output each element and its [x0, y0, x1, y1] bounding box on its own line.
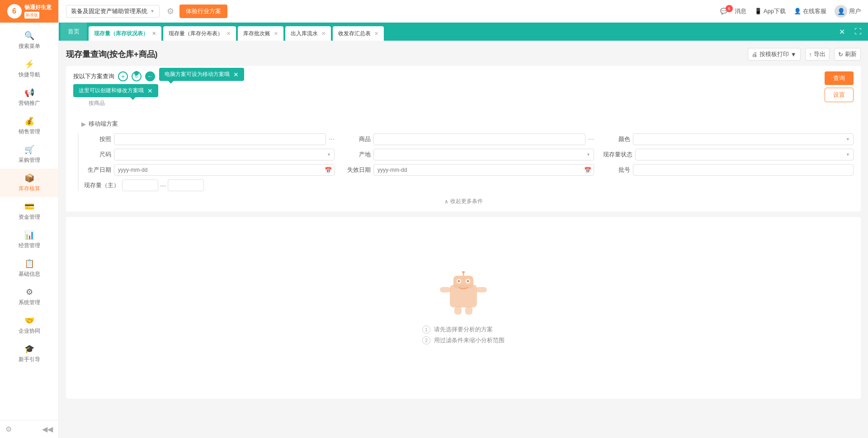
filter-warehouse-input[interactable]	[114, 133, 326, 145]
filter-stock-qty-sep: —	[160, 182, 166, 189]
filter-batch-label: 批号	[603, 166, 630, 174]
dot-indicator	[134, 71, 139, 75]
sidebar-label-operations: 经营管理	[19, 242, 40, 250]
tab-inventory-dist[interactable]: 现存量（库存分布表） ✕	[163, 26, 236, 41]
filter-expire-date-input[interactable]	[373, 164, 594, 176]
sidebar-item-system[interactable]: ⚙ 系统管理	[0, 283, 58, 311]
filter-field-produce-date: 生产日期	[84, 164, 335, 176]
message-btn[interactable]: 💬 6 消息	[720, 7, 746, 15]
tab-receive-send[interactable]: 收发存汇总表 ✕	[333, 26, 384, 41]
filter-warehouse-label: 按照	[84, 135, 111, 143]
filter-origin-select[interactable]	[373, 149, 594, 160]
filter-color-select-wrap	[633, 133, 854, 145]
empty-illustration	[436, 271, 491, 316]
tab-home-label: 首页	[68, 28, 80, 36]
tab-receive-send-label: 收发存汇总表	[338, 30, 371, 38]
filter-size-select[interactable]	[114, 149, 335, 160]
filter-circle-btn[interactable]: ↻	[132, 71, 142, 81]
filter-panel: 查询 设置 按以下方案查询 + ↻ ← 电脑方案可设为移动方案哦 ✕	[66, 66, 861, 212]
filter-origin-label: 产地	[344, 151, 371, 159]
filter-back-btn[interactable]: ←	[145, 71, 155, 81]
filter-warehouse-dots[interactable]: ···	[329, 135, 335, 143]
content: 现存量查询(按仓库+商品) 🖨 按模板打印 ▼ ↑ 导出 ↻ 刷新	[59, 41, 868, 438]
collapse-bar[interactable]: ∧ 收起更多条件	[73, 195, 854, 206]
sidebar-item-marketing[interactable]: 📢 营销推广	[0, 83, 58, 112]
tabbar: 首页 现存量（库存状况表） ✕ 现存量（库存分布表） ✕ 库存批次账 ✕ 出入库…	[59, 23, 868, 41]
basic-icon: 📋	[24, 259, 34, 268]
sidebar-label-basic: 基础信息	[19, 270, 40, 278]
tooltip-create-close[interactable]: ✕	[147, 87, 153, 94]
user-avatar: 👤	[835, 5, 847, 18]
app-download-btn[interactable]: 📱 App下载	[755, 7, 786, 15]
enterprise-icon: 🤝	[24, 316, 34, 325]
sidebar-item-finance[interactable]: 💳 资金管理	[0, 197, 58, 226]
tab-home[interactable]: 首页	[61, 23, 87, 41]
sidebar-item-guide[interactable]: 🎓 新手引导	[0, 339, 58, 368]
sidebar-item-sales[interactable]: 💰 销售管理	[0, 112, 58, 140]
sidebar-item-basic[interactable]: 📋 基础信息	[0, 254, 58, 283]
filter-add-btn[interactable]: +	[118, 71, 128, 81]
user-btn[interactable]: 👤 用户	[835, 5, 861, 18]
tab-inventory-status-close[interactable]: ✕	[152, 31, 156, 37]
tab-inventory-dist-close[interactable]: ✕	[226, 31, 231, 37]
empty-state-container: 1 请先选择要分析的方案 2 用过滤条件来缩小分析范围	[66, 217, 861, 399]
sidebar-item-quick[interactable]: ⚡ 快捷导航	[0, 55, 58, 83]
filter-stock-qty-max[interactable]	[168, 179, 204, 191]
print-btn[interactable]: 🖨 按模板打印 ▼	[748, 48, 801, 61]
filter-batch-input[interactable]	[633, 164, 854, 176]
sidebar-logo: 6 畅通好生意 标准版	[0, 0, 58, 23]
filter-field-size: 尺码	[84, 149, 335, 160]
tab-inventory-status[interactable]: 现存量（库存状况表） ✕	[89, 26, 161, 41]
scheme-pc-sub[interactable]: 按商品	[78, 98, 854, 109]
tab-inventory-status-label: 现存量（库存状况表）	[94, 30, 148, 38]
tab-close-all-btn[interactable]: ✕	[835, 25, 848, 38]
scheme-mobile[interactable]: ▶ 移动端方案	[78, 118, 854, 130]
settings-gear-icon[interactable]: ⚙	[167, 6, 174, 16]
empty-hint-1: 1 请先选择要分析的方案	[422, 325, 505, 334]
refresh-label: 刷新	[845, 50, 857, 58]
system-selector[interactable]: 装备及固定资产辅助管理系统 ▼	[66, 5, 160, 18]
tab-in-out-flow[interactable]: 出入库流水 ✕	[285, 26, 331, 41]
filter-stock-qty-min[interactable]	[122, 179, 158, 191]
scheme-pc[interactable]: ▶ 电脑端方案	[78, 86, 854, 98]
sidebar-label-system: 系统管理	[19, 299, 40, 306]
filter-goods-dots[interactable]: ···	[588, 135, 594, 143]
tab-in-out-flow-close[interactable]: ✕	[321, 31, 326, 37]
collapse-sidebar-icon[interactable]: ◀◀	[42, 425, 53, 433]
tab-receive-send-close[interactable]: ✕	[374, 31, 378, 37]
service-btn[interactable]: 👤 在线客服	[794, 7, 826, 15]
export-btn[interactable]: ↑ 导出	[805, 48, 830, 61]
filter-produce-date-label: 生产日期	[84, 166, 111, 174]
sidebar-nav: 🔍 搜索菜单 ⚡ 快捷导航 📢 营销推广 💰 销售管理 🛒 采购管理 📦 库存核…	[0, 23, 58, 420]
tooltip-scheme-close[interactable]: ✕	[233, 71, 239, 78]
tab-inventory-dist-label: 现存量（库存分布表）	[169, 30, 223, 38]
sidebar-item-operations[interactable]: 📊 经营管理	[0, 226, 58, 254]
filter-size-select-wrap	[114, 149, 335, 160]
industry-btn[interactable]: 体验行业方案	[179, 5, 227, 18]
filter-stock-status-select[interactable]	[635, 149, 854, 160]
tab-batch-account-close[interactable]: ✕	[274, 31, 278, 37]
sidebar-label-purchase: 采购管理	[19, 156, 40, 164]
filter-stock-qty-range: —	[122, 179, 335, 191]
settings-icon[interactable]: ⚙	[5, 425, 12, 433]
tab-batch-account[interactable]: 库存批次账 ✕	[238, 26, 283, 41]
sidebar-item-enterprise[interactable]: 🤝 企业协同	[0, 311, 58, 339]
filter-goods-input[interactable]	[373, 133, 585, 145]
tab-fullscreen-btn[interactable]: ⛶	[852, 25, 864, 38]
refresh-btn[interactable]: ↻ 刷新	[834, 48, 861, 61]
sidebar-label-marketing: 营销推广	[19, 99, 40, 107]
filter-origin-select-wrap	[373, 149, 594, 160]
app-download-label: App下载	[764, 7, 786, 15]
topbar: 装备及固定资产辅助管理系统 ▼ ⚙ 体验行业方案 💬 6 消息 📱 App下载 …	[59, 0, 868, 23]
sidebar-item-inventory[interactable]: 📦 库存核算	[0, 169, 58, 197]
filter-header-area: 按以下方案查询 + ↻ ← 电脑方案可设为移动方案哦 ✕ ▶	[73, 71, 854, 130]
export-icon: ↑	[809, 51, 812, 58]
tab-in-out-flow-label: 出入库流水	[291, 30, 318, 38]
hint-num-1: 1	[422, 325, 430, 334]
svg-point-4	[458, 280, 460, 283]
filter-color-select[interactable]	[633, 133, 854, 145]
sidebar-item-purchase[interactable]: 🛒 采购管理	[0, 140, 58, 169]
sidebar-item-search[interactable]: 🔍 搜索菜单	[0, 26, 58, 55]
user-label: 用户	[849, 7, 861, 15]
filter-produce-date-input[interactable]	[114, 164, 335, 176]
